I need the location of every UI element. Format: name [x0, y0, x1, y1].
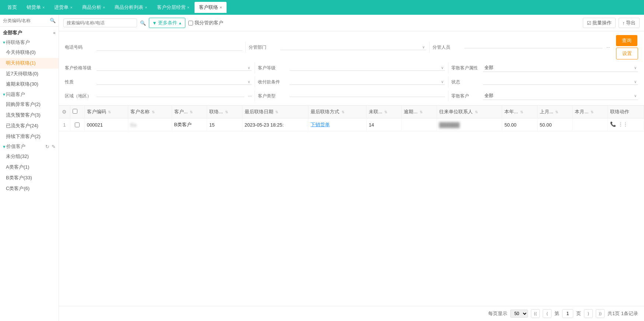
sidebar-item-c-type[interactable]: C类客户(6) [0, 183, 59, 194]
nav-product-analysis-list-label: 商品分析列表 [115, 4, 143, 11]
th-last-contact-date: 最后联络日期 ⇅ [242, 106, 308, 118]
sidebar-item-7days[interactable]: 近7天待联络(0) [0, 69, 59, 79]
nav-purchase-close[interactable]: × [70, 5, 72, 10]
row-checkbox[interactable] [75, 122, 80, 127]
sidebar-item-churned[interactable]: 已流失客户(24) [0, 121, 59, 131]
sort-method-icon[interactable]: ⇅ [342, 110, 344, 114]
main-layout: 🔍 全部客户 « 待联络客户 今天待联络(0) 明天待联络(1) 近7天待联络(… [0, 15, 644, 321]
person-more-icon[interactable]: ··· [606, 45, 610, 50]
batch-operation-btn[interactable]: ☑ 批量操作 [583, 18, 616, 28]
sidebar-item-repurchase-anomaly[interactable]: 回购异常客户(2) [0, 99, 59, 110]
sidebar-item-declining[interactable]: 持续下滑客户(2) [0, 131, 59, 142]
export-btn[interactable]: ↑ 导出 [619, 18, 640, 28]
retail-customer-field: 零散客户 全部 ∨ [451, 92, 638, 100]
sidebar-item-tomorrow[interactable]: 明天待联络(1) [0, 58, 59, 69]
nav-home[interactable]: 首页 [3, 2, 21, 13]
setting-btn[interactable]: 设置 [616, 48, 638, 59]
status-select[interactable]: ∨ [483, 79, 638, 85]
page-first-btn[interactable]: ⟨⟨ [531, 309, 540, 318]
sort-type-icon[interactable]: ⇅ [190, 110, 193, 114]
page-prev-btn[interactable]: ⟨ [543, 309, 552, 318]
sidebar-item-overdue[interactable]: 逾期未联络(30) [0, 79, 59, 90]
sidebar-item-churn-warning[interactable]: 流失预警客户(3) [0, 110, 59, 121]
nav-product-analysis[interactable]: 商品分析 × [78, 2, 109, 13]
sidebar-search-input[interactable] [3, 18, 48, 23]
sidebar-all-customers-header[interactable]: 全部客户 « [0, 27, 59, 38]
search-input[interactable] [63, 18, 137, 27]
row-more-icon[interactable]: ⋮⋮ [618, 121, 628, 127]
nav-salesorder-close[interactable]: × [42, 5, 45, 10]
sort-company-contact-icon[interactable]: ⇅ [475, 110, 478, 114]
customer-level-select[interactable]: ∨ [290, 65, 445, 71]
sort-nocontact-icon[interactable]: ⇅ [384, 110, 387, 114]
more-conditions-btn[interactable]: ▼ 更多条件 ▲ [149, 18, 185, 28]
nav-customer-contact[interactable]: 客户联络 × [195, 2, 226, 13]
dept-label: 分管部门 [249, 44, 278, 51]
table-gear-icon[interactable]: ⚙ [62, 109, 67, 115]
sidebar-collapse-icon[interactable]: « [53, 30, 56, 35]
nav-customer-tier-close[interactable]: × [187, 5, 189, 10]
pagination: 每页显示 50 ⟨⟨ ⟨ 第 页 ⟩ ⟩⟩ 共1页 1条记录 [59, 306, 644, 321]
area-more-icon[interactable]: ··· [248, 93, 252, 99]
area-select[interactable] [97, 95, 244, 97]
th-code: 客户编码 ⇅ [84, 106, 128, 118]
advanced-filter: 电话号码 分管部门 ∨ 分管人员 ··· [59, 31, 644, 106]
retail-attr-select[interactable]: 全部 ∨ [483, 64, 638, 72]
sidebar-item-today[interactable]: 今天待联络(0) [0, 47, 59, 58]
nav-purchase-label: 进货单 [54, 4, 69, 11]
nav-salesorder[interactable]: 销货单 × [22, 2, 49, 13]
query-btn[interactable]: 查询 [616, 35, 637, 46]
sort-thismonth-icon[interactable]: ⇅ [591, 110, 594, 114]
td-checkbox [70, 118, 84, 131]
dept-select[interactable]: ∨ [280, 44, 426, 50]
sort-code-icon[interactable]: ⇅ [108, 110, 111, 114]
sort-lastmonth-icon[interactable]: ⇅ [555, 110, 558, 114]
person-field: 分管人员 ··· [433, 44, 610, 51]
gender-chevron-icon: ∨ [248, 80, 250, 84]
customer-type-label: 客户类型 [258, 93, 287, 99]
select-all-checkbox[interactable] [73, 109, 77, 114]
page-next-btn[interactable]: ⟩ [584, 309, 593, 318]
sort-name-icon[interactable]: ⇅ [152, 110, 155, 114]
sort-overdue-icon[interactable]: ⇅ [420, 110, 423, 114]
td-code: 000021 [84, 118, 128, 131]
nav-customer-tier[interactable]: 客户分层经营 × [153, 2, 194, 13]
gender-select[interactable]: ∨ [97, 79, 252, 85]
customer-type-select[interactable] [290, 95, 445, 97]
my-customers-checkbox[interactable] [188, 21, 193, 25]
row-phone-icon[interactable]: 📞 [610, 121, 616, 127]
payment-select[interactable]: ∨ [290, 79, 445, 85]
nav-purchase[interactable]: 进货单 × [50, 2, 77, 13]
sort-thisyear-icon[interactable]: ⇅ [520, 110, 523, 114]
contact-method-link[interactable]: 下销货单 [311, 122, 330, 127]
page-num-input[interactable] [562, 309, 573, 318]
per-page-select[interactable]: 50 [510, 310, 528, 318]
customer-price-select[interactable]: ∨ [97, 65, 252, 71]
sidebar-item-ungrouped[interactable]: 未分组(32) [0, 151, 59, 162]
nav-product-analysis-list[interactable]: 商品分析列表 × [110, 2, 151, 13]
person-select[interactable] [464, 46, 603, 48]
value-refresh-icon[interactable]: ↻ [45, 144, 49, 149]
sidebar-search-icon[interactable]: 🔍 [50, 18, 56, 23]
sidebar-item-b-type[interactable]: B类客户(33) [0, 173, 59, 183]
table-area: ⚙ 客户编码 ⇅ 客户名称 ⇅ [59, 106, 644, 306]
page-last-btn[interactable]: ⟩⟩ [596, 309, 605, 318]
my-customers-checkbox-label[interactable]: 我分管的客户 [188, 20, 223, 26]
search-icon[interactable]: 🔍 [140, 20, 146, 26]
nav-product-analysis-list-close[interactable]: × [145, 5, 147, 10]
nav-customer-contact-close[interactable]: × [220, 5, 222, 10]
value-edit-icon[interactable]: ✎ [52, 144, 56, 149]
phone-input[interactable] [97, 44, 242, 51]
nav-customer-tier-label: 客户分层经营 [157, 4, 186, 11]
retail-attr-chevron-icon: ∨ [634, 66, 637, 70]
sort-date-icon[interactable]: ⇅ [275, 110, 278, 114]
nav-product-analysis-close[interactable]: × [103, 5, 105, 10]
retail-customer-select[interactable]: 全部 ∨ [483, 92, 638, 100]
sort-contact-icon[interactable]: ⇅ [225, 110, 228, 114]
customer-table: ⚙ 客户编码 ⇅ 客户名称 ⇅ [59, 106, 644, 131]
area-label: 区域（地区） [65, 93, 94, 99]
retail-customer-label: 零散客户 [451, 93, 481, 99]
sidebar-item-a-type[interactable]: A类客户(1) [0, 162, 59, 173]
phone-label: 电话号码 [65, 44, 94, 51]
my-customers-label: 我分管的客户 [195, 20, 223, 26]
